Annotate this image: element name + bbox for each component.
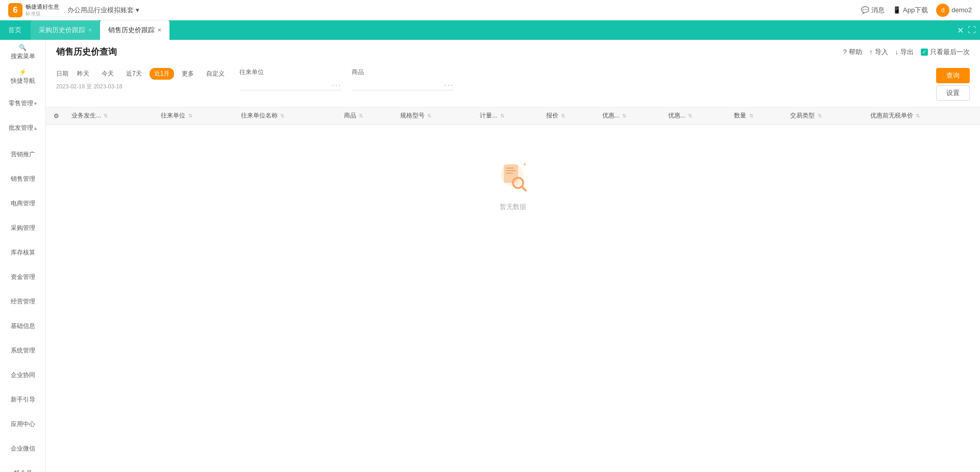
sidebar-item-ecommerce[interactable]: 电商管理 — [0, 191, 45, 216]
product-dots[interactable]: ... — [444, 79, 454, 88]
col-pre-tax-price[interactable]: 优惠前无税单价 ⇅ — [865, 107, 980, 125]
col-partner-name[interactable]: 往来单位名称 ⇅ — [236, 107, 339, 125]
col-spec[interactable]: 规格型号 ⇅ — [395, 107, 475, 125]
sidebar: 🔍 搜索菜单 ⚡ 快捷导航 零售管理 ▾ 批发管理 ▴ 营销推广 销售管理 电商… — [0, 40, 46, 472]
svg-line-6 — [522, 186, 526, 191]
sidebar-item-search[interactable]: 🔍 搜索菜单 — [0, 40, 45, 64]
topbar: 6 畅捷通好生意 标准版 办公用品行业模拟账套 ▾ 💬 消息 📱 App下载 d… — [0, 0, 980, 20]
col-unit[interactable]: 计量... ⇅ — [475, 107, 541, 125]
col-date[interactable]: 业务发生... ⇅ — [66, 107, 156, 125]
sidebar-item-member[interactable]: 畅会员 — [0, 461, 45, 472]
tab-purchase[interactable]: 采购历史价跟踪 × — [31, 20, 100, 40]
wholesale-arrow-icon: ▴ — [34, 125, 37, 131]
page-title-row: 销售历史价查询 ? 帮助 ↑ 导入 ↓ 导出 — [56, 46, 970, 63]
sidebar-item-retail[interactable]: 零售管理 ▾ — [0, 91, 45, 115]
sidebar-item-apps[interactable]: 应用中心 — [0, 412, 45, 436]
date-filter-row: 日期 昨天 今天 近7天 近1月 更多 自定义 — [56, 68, 229, 80]
svg-point-7 — [515, 180, 521, 186]
partner-input[interactable] — [239, 80, 330, 87]
sidebar-item-marketing[interactable]: 营销推广 — [0, 142, 45, 167]
import-button[interactable]: ↑ 导入 — [869, 48, 888, 57]
sidebar-item-sales-mgmt[interactable]: 销售管理 — [0, 167, 45, 191]
only-last-checkbox-area[interactable]: 只看最后一次 — [921, 48, 970, 57]
only-last-checkbox[interactable] — [921, 49, 928, 56]
settings-button[interactable]: 设置 — [936, 85, 970, 101]
sidebar-item-shortcut[interactable]: ⚡ 快捷导航 — [0, 64, 45, 89]
purchase-tab-close[interactable]: × — [88, 27, 92, 34]
col-partner-code[interactable]: 往来单位 ⇅ — [156, 107, 235, 125]
page-title: 销售历史价查询 — [56, 46, 117, 58]
date-1month[interactable]: 近1月 — [150, 68, 175, 80]
sidebar-item-system[interactable]: 系统管理 — [0, 338, 45, 363]
mobile-icon: 📱 — [893, 6, 901, 14]
col-product[interactable]: 商品 ⇅ — [339, 107, 395, 125]
col-quote[interactable]: 报价 ⇅ — [541, 107, 597, 125]
col-trade-type[interactable]: 交易类型 ⇅ — [785, 107, 865, 125]
sidebar-item-wechat[interactable]: 企业微信 — [0, 436, 45, 461]
sort-qty-icon: ⇅ — [749, 113, 753, 119]
chevron-down-icon: ▾ — [136, 6, 139, 14]
product-input-row: ... — [352, 79, 454, 90]
product-filter-group: 商品 ... — [352, 68, 454, 90]
sidebar-item-inventory[interactable]: 库存核算 — [0, 240, 45, 265]
expand-icon[interactable]: ⛶ — [968, 26, 976, 35]
col-qty[interactable]: 数量 ⇅ — [729, 107, 785, 125]
date-yesterday[interactable]: 昨天 — [72, 68, 94, 80]
col-discount1[interactable]: 优惠... ⇅ — [597, 107, 663, 125]
sidebar-item-finance[interactable]: 资金管理 — [0, 265, 45, 289]
topbar-left: 6 畅捷通好生意 标准版 办公用品行业模拟账套 ▾ — [8, 3, 143, 17]
page-actions: ? 帮助 ↑ 导入 ↓ 导出 只看最后一次 — [843, 48, 970, 57]
date-filter-group: 日期 昨天 今天 近7天 近1月 更多 自定义 2023-02-18 至 202… — [56, 68, 229, 90]
help-icon: ? — [843, 48, 847, 56]
page-header: 销售历史价查询 ? 帮助 ↑ 导入 ↓ 导出 — [46, 40, 980, 63]
sidebar-item-basic[interactable]: 基础信息 — [0, 314, 45, 338]
sort-trade-type-icon: ⇅ — [818, 113, 822, 119]
svg-rect-2 — [506, 168, 514, 169]
product-input[interactable] — [352, 80, 442, 87]
topbar-dropdown[interactable]: 办公用品行业模拟账套 ▾ — [63, 4, 143, 17]
partner-dots[interactable]: ... — [332, 79, 341, 88]
logo-area: 6 畅捷通好生意 标准版 — [8, 3, 59, 17]
date-more[interactable]: 更多 — [177, 68, 199, 80]
table-container: ⚙ 业务发生... ⇅ 往来单位 ⇅ 往来单位名称 ⇅ — [46, 107, 980, 472]
topbar-right: 💬 消息 📱 App下载 d demo2 — [861, 4, 972, 17]
home-tab-label: 首页 — [8, 26, 21, 35]
date-today[interactable]: 今天 — [97, 68, 118, 80]
tab-sales[interactable]: 销售历史价跟踪 × — [100, 20, 169, 40]
user-menu[interactable]: d demo2 — [936, 4, 972, 17]
sort-discount2-icon: ⇅ — [688, 113, 692, 119]
sidebar-item-purchase[interactable]: 采购管理 — [0, 216, 45, 240]
tab-home[interactable]: 首页 — [0, 20, 30, 40]
sort-spec-icon: ⇅ — [427, 113, 431, 119]
sort-unit-icon: ⇅ — [500, 113, 504, 119]
logo-text: 畅捷通好生意 标准版 — [26, 3, 59, 17]
partner-label: 往来单位 — [239, 68, 341, 77]
close-all-tabs-icon[interactable]: ✕ — [957, 26, 964, 35]
sales-tab-close[interactable]: × — [158, 27, 161, 34]
message-icon: 💬 — [861, 6, 869, 14]
export-button[interactable]: ↓ 导出 — [895, 48, 914, 57]
help-button[interactable]: ? 帮助 — [843, 48, 862, 57]
message-button[interactable]: 💬 消息 — [861, 6, 885, 15]
date-range-text: 2023-02-18 至 2023-03-18 — [56, 83, 229, 90]
sidebar-item-wholesale[interactable]: 批发管理 ▴ — [0, 115, 45, 140]
sidebar-item-operations[interactable]: 经营管理 — [0, 289, 45, 314]
sales-tab-label: 销售历史价跟踪 — [108, 26, 155, 35]
sidebar-item-guide[interactable]: 新手引导 — [0, 387, 45, 412]
date-custom[interactable]: 自定义 — [202, 68, 229, 80]
avatar: d — [936, 4, 949, 17]
date-label: 日期 — [56, 69, 68, 78]
tabbar: 首页 采购历史价跟踪 × 销售历史价跟踪 × ✕ ⛶ — [0, 20, 980, 40]
data-table: ⚙ 业务发生... ⇅ 往来单位 ⇅ 往来单位名称 ⇅ — [46, 107, 980, 125]
sort-pre-tax-icon: ⇅ — [916, 113, 920, 119]
query-button[interactable]: 查询 — [936, 68, 970, 83]
col-settings[interactable]: ⚙ — [46, 107, 66, 125]
table-settings-icon[interactable]: ⚙ — [54, 112, 59, 120]
product-label: 商品 — [352, 68, 454, 77]
sidebar-item-enterprise[interactable]: 企业协同 — [0, 363, 45, 387]
date-7days[interactable]: 近7天 — [121, 68, 146, 80]
col-discount2[interactable]: 优惠... ⇅ — [663, 107, 729, 125]
tabbar-actions: ✕ ⛶ — [957, 26, 980, 35]
sort-discount1-icon: ⇅ — [622, 113, 626, 119]
app-download-button[interactable]: 📱 App下载 — [893, 6, 928, 15]
